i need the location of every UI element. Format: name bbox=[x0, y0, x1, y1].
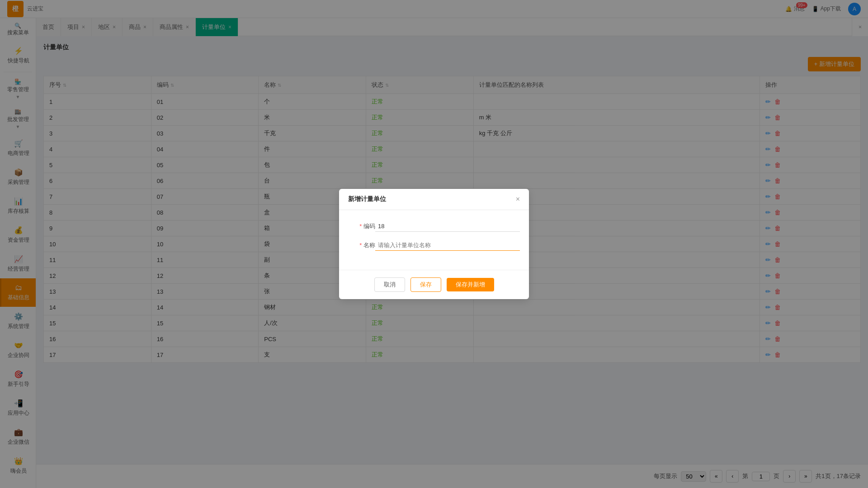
modal-title: 新增计量单位 bbox=[348, 195, 386, 203]
add-unit-modal: 新增计量单位 × 编码 名称 取消 保存 保存并新增 bbox=[339, 189, 529, 299]
modal-close-button[interactable]: × bbox=[516, 195, 520, 203]
modal-footer: 取消 保存 保存并新增 bbox=[339, 270, 529, 299]
name-label: 名称 bbox=[348, 241, 375, 249]
form-row-name: 名称 bbox=[348, 240, 520, 251]
modal-overlay: 新增计量单位 × 编码 名称 取消 保存 保存并新增 bbox=[0, 0, 868, 488]
code-label: 编码 bbox=[348, 222, 375, 230]
modal-header: 新增计量单位 × bbox=[339, 189, 529, 210]
form-row-code: 编码 bbox=[348, 221, 520, 232]
cancel-button[interactable]: 取消 bbox=[374, 277, 405, 292]
modal-body: 编码 名称 bbox=[339, 210, 529, 270]
save-and-new-button[interactable]: 保存并新增 bbox=[447, 278, 494, 291]
name-input[interactable] bbox=[375, 240, 520, 251]
code-input[interactable] bbox=[375, 221, 520, 232]
save-button[interactable]: 保存 bbox=[410, 277, 441, 292]
